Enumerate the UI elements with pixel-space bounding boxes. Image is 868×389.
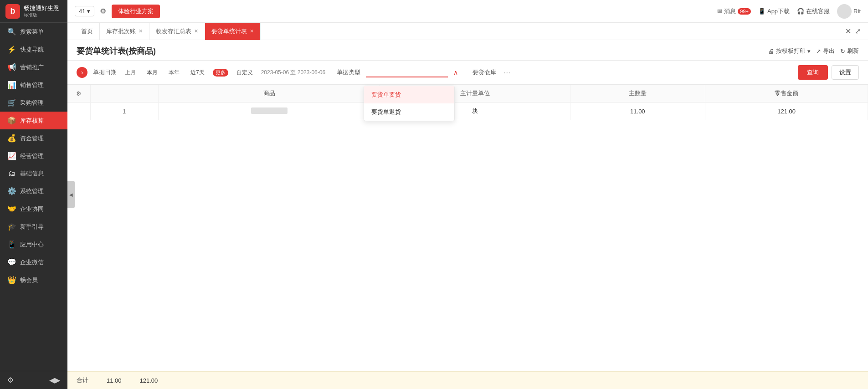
window-restore-icon[interactable]: ✕: [845, 27, 851, 36]
type-dropdown: 要货单要货 要货单退货: [364, 86, 455, 121]
filter-divider: [331, 68, 331, 77]
sidebar-label-operations: 经营管理: [20, 152, 44, 160]
sidebar-icon-inventory: 📦: [7, 116, 16, 125]
message-label: 消息: [724, 7, 736, 15]
sidebar-icon-marketing: 📢: [7, 63, 16, 72]
tab-collection-close[interactable]: ✕: [194, 28, 198, 34]
window-expand-icon[interactable]: ⤢: [855, 27, 861, 36]
user-name: Rit: [853, 8, 861, 15]
date-btn-this-year[interactable]: 本年: [166, 67, 182, 78]
main-content: 41 ▾ ⚙ 体验行业方案 ✉ 消息 99+ 📱 App下载 🎧 在线客服 R: [67, 0, 868, 389]
tab-order-stats-label: 要货单统计表: [211, 27, 247, 36]
tab-batch[interactable]: 库存批次账 ✕: [100, 23, 149, 40]
row-quantity-cell: 11.00: [570, 102, 705, 120]
page-header-actions: 🖨 按模板打印 ▾ ↗ 导出 ↻ 刷新: [768, 47, 859, 55]
sidebar-collapse-strip[interactable]: ◀: [67, 181, 75, 208]
filter-expand-button[interactable]: ›: [77, 67, 87, 78]
filter-settings-button[interactable]: 设置: [832, 65, 859, 80]
filter-actions: 查询 设置: [798, 65, 859, 80]
sidebar-label-inventory: 库存核算: [20, 117, 44, 125]
sidebar-item-purchase[interactable]: 🛒采购管理: [0, 94, 67, 112]
warehouse-filter-label: 要货仓库: [473, 68, 496, 77]
collapse-icon[interactable]: ◀▶: [49, 376, 60, 384]
topbar-gear-button[interactable]: ⚙: [100, 7, 106, 15]
online-service-label: 在线客服: [806, 7, 830, 15]
app-download-label: App下载: [767, 7, 790, 15]
sidebar-item-operations[interactable]: 📈经营管理: [0, 147, 67, 165]
dropdown-item-order-return[interactable]: 要货单退货: [364, 103, 454, 121]
type-filter-label: 单据类型: [337, 68, 360, 77]
sidebar-label-finance: 资金管理: [20, 134, 44, 143]
message-badge: 99+: [738, 8, 751, 15]
sidebar-icon-purchase: 🛒: [7, 98, 16, 107]
sidebar-icon-base: 🗂: [7, 169, 16, 178]
export-button[interactable]: ↗ 导出: [816, 47, 835, 55]
sidebar-item-member[interactable]: 👑畅会员: [0, 271, 67, 289]
type-filter-chevron[interactable]: ∧: [453, 69, 458, 76]
sidebar-label-member: 畅会员: [20, 276, 38, 284]
chevron-down-icon: ▾: [87, 8, 90, 15]
export-icon: ↗: [816, 48, 821, 55]
warehouse-more-button[interactable]: ···: [503, 68, 510, 77]
tab-collection[interactable]: 收发存汇总表 ✕: [149, 23, 205, 40]
sidebar: b 畅捷通好生意 标准版 🔍搜索菜单⚡快捷导航📢营销推广📊销售管理🛒采购管理📦库…: [0, 0, 67, 389]
sidebar-item-wechat[interactable]: 💬企业微信: [0, 253, 67, 271]
settings-icon[interactable]: ⚙: [7, 376, 14, 384]
date-more-badge[interactable]: 更多: [213, 69, 228, 77]
tab-collection-label: 收发存汇总表: [156, 27, 191, 36]
sidebar-item-finance[interactable]: 💰资金管理: [0, 129, 67, 147]
date-custom-btn[interactable]: 自定义: [234, 67, 256, 78]
print-chevron-icon: ▾: [807, 48, 811, 55]
message-button[interactable]: ✉ 消息 99+: [717, 7, 751, 15]
table-body: 1 块 11.00 121.00: [67, 102, 868, 120]
trial-industry-button[interactable]: 体验行业方案: [112, 5, 160, 18]
type-filter-input[interactable]: [366, 68, 448, 77]
tab-order-stats-close[interactable]: ✕: [250, 28, 254, 34]
refresh-button[interactable]: ↻ 刷新: [840, 47, 859, 55]
sidebar-item-search[interactable]: 🔍搜索菜单: [0, 23, 67, 41]
query-button[interactable]: 查询: [798, 65, 828, 80]
column-settings-icon[interactable]: ⚙: [76, 90, 82, 97]
sidebar-icon-search: 🔍: [7, 27, 16, 36]
app-download-button[interactable]: 📱 App下载: [758, 7, 790, 15]
tab-order-stats[interactable]: 要货单统计表 ✕: [205, 23, 261, 40]
product-name-placeholder: [251, 107, 288, 114]
user-avatar-area[interactable]: Rit: [837, 4, 861, 19]
sidebar-logo: b 畅捷通好生意 标准版: [0, 0, 67, 23]
store-selector[interactable]: 41 ▾: [75, 6, 94, 16]
message-icon: ✉: [717, 8, 722, 15]
online-service-button[interactable]: 🎧 在线客服: [797, 7, 830, 15]
sidebar-item-guide[interactable]: 🎓新手引导: [0, 218, 67, 235]
date-btn-this-month[interactable]: 本月: [144, 67, 160, 78]
sidebar-item-inventory[interactable]: 📦库存核算: [0, 112, 67, 129]
print-template-button[interactable]: 🖨 按模板打印 ▾: [768, 47, 811, 55]
sidebar-icon-sales: 📊: [7, 81, 16, 89]
sidebar-item-base[interactable]: 🗂基础信息: [0, 165, 67, 182]
row-checkbox-cell[interactable]: [67, 102, 90, 120]
tab-home[interactable]: 首页: [75, 23, 100, 40]
sidebar-item-collab[interactable]: 🤝企业协同: [0, 200, 67, 218]
sidebar-icon-collab: 🤝: [7, 205, 16, 213]
sidebar-item-marketing[interactable]: 📢营销推广: [0, 58, 67, 76]
topbar-left: 41 ▾ ⚙ 体验行业方案: [75, 5, 160, 18]
date-btn-last-month[interactable]: 上月: [122, 67, 139, 78]
refresh-icon: ↻: [840, 48, 845, 55]
dropdown-item-order-goods[interactable]: 要货单要货: [364, 86, 454, 103]
sidebar-item-quicknav[interactable]: ⚡快捷导航: [0, 41, 67, 58]
topbar: 41 ▾ ⚙ 体验行业方案 ✉ 消息 99+ 📱 App下载 🎧 在线客服 R: [67, 0, 868, 23]
topbar-right: ✉ 消息 99+ 📱 App下载 🎧 在线客服 Rit: [717, 4, 861, 19]
col-quantity: 主数量: [570, 85, 705, 102]
refresh-label: 刷新: [847, 47, 859, 55]
sidebar-icon-finance: 💰: [7, 134, 16, 143]
print-icon: 🖨: [768, 48, 774, 55]
print-template-label: 按模板打印: [776, 47, 806, 55]
tab-home-label: 首页: [81, 27, 93, 36]
sidebar-item-sales[interactable]: 📊销售管理: [0, 76, 67, 94]
row-seq-cell: 1: [90, 102, 158, 120]
tab-batch-close[interactable]: ✕: [139, 28, 143, 34]
date-btn-last7[interactable]: 近7天: [188, 67, 207, 78]
sidebar-item-system[interactable]: ⚙️系统管理: [0, 182, 67, 200]
logo-icon: b: [5, 4, 20, 19]
sidebar-item-apps[interactable]: 📱应用中心: [0, 235, 67, 253]
col-settings-icon[interactable]: ⚙: [67, 85, 90, 102]
